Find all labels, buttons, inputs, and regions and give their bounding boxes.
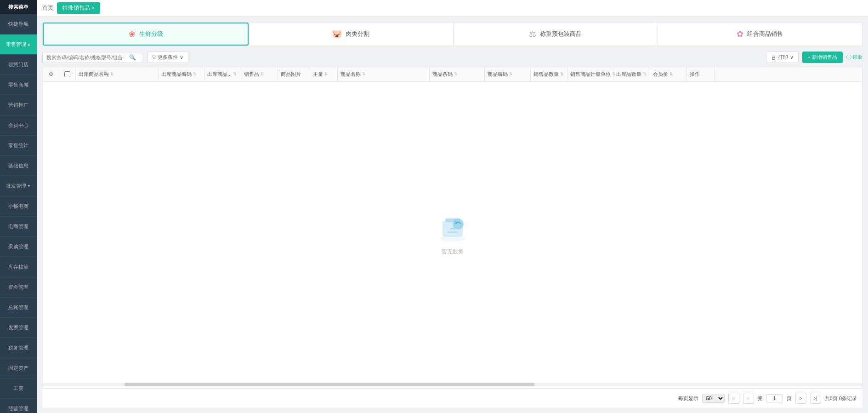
cat-tab-fresh-label: 生鲜分级 (139, 30, 163, 38)
settings-icon: ⚙ (49, 71, 53, 77)
expand-arrow-icon: ▲ (27, 42, 31, 46)
th-settings[interactable]: ⚙ (43, 67, 59, 81)
help-label: 帮助 (852, 54, 862, 61)
sidebar-item-label: 发票管理 (8, 324, 28, 331)
sidebar-item-marketing[interactable]: 营销推广 (0, 95, 37, 115)
search-input[interactable] (46, 55, 129, 60)
sidebar-item-retail-stats[interactable]: 零售统计 (0, 136, 37, 156)
cat-tab-fresh[interactable]: ❀ 生鲜分级 (43, 23, 249, 46)
search-icon[interactable]: 🔍 (129, 54, 136, 61)
sort-icon[interactable]: ⇅ (110, 72, 114, 76)
sidebar-item-xiao-ecom[interactable]: 小畅电商 (0, 196, 37, 217)
th-name: 商品名称 ⇅ (338, 67, 430, 81)
active-tab[interactable]: 特殊销售品 × (57, 2, 100, 14)
print-button[interactable]: 🖨 打印 ∨ (766, 52, 799, 63)
tab-label: 特殊销售品 (62, 4, 90, 12)
filter-icon: ▽ (152, 54, 156, 60)
sidebar-item-inventory-cost[interactable]: 库存核算 (0, 257, 37, 277)
filter-label: 更多条件 (158, 54, 178, 61)
combo-icon: ✿ (737, 29, 743, 39)
page-number-input[interactable] (766, 394, 783, 402)
category-tabs: ❀ 生鲜分级 🐷 肉类分割 ⚖ 称重预包装商品 ✿ 组合商品销售 (42, 22, 862, 46)
sidebar-item-member-center[interactable]: 会员中心 (0, 115, 37, 136)
toolbar-left: 🔍 ▽ 更多条件 ∨ (42, 52, 188, 63)
th-barcode: 商品条码 ⇅ (430, 67, 485, 81)
sort-icon[interactable]: ⇅ (324, 72, 328, 76)
help-icon: ⓘ (846, 54, 851, 61)
th-op: 操作 (687, 67, 715, 81)
next-page-button[interactable]: > (795, 393, 806, 404)
sidebar-item-label: 批发管理 (6, 183, 26, 189)
scrollbar-thumb[interactable] (125, 383, 534, 386)
home-link[interactable]: 首页 (42, 4, 53, 12)
sidebar-item-ledger-mgmt[interactable]: 总账管理 (0, 298, 37, 318)
th-outcode: 出库商品编码 ⇅ (159, 67, 204, 81)
page-label-before: 第 (758, 395, 763, 402)
per-page-label: 每页显示 (678, 395, 698, 402)
last-page-button[interactable]: >| (810, 393, 821, 404)
sort-icon[interactable]: ⇅ (643, 72, 647, 76)
per-page-select[interactable]: 50 100 200 (702, 394, 725, 403)
sidebar-item-label: 会员中心 (8, 122, 28, 129)
sidebar-item-quick-nav[interactable]: 快捷导航 (0, 14, 37, 34)
sidebar-item-ecom-mgmt[interactable]: 电商管理 (0, 217, 37, 237)
sidebar-item-label: 工资 (13, 385, 23, 392)
print-icon: 🖨 (771, 55, 776, 60)
th-main: 主量 ⇅ (310, 67, 338, 81)
weight-icon: ⚖ (529, 29, 536, 39)
svg-point-4 (455, 222, 457, 224)
horizontal-scrollbar[interactable] (43, 383, 862, 386)
sidebar-item-ops-mgmt[interactable]: 经营管理 (0, 399, 37, 413)
sidebar-item-fixed-assets[interactable]: 固定资产 (0, 358, 37, 379)
sidebar-item-smart-store[interactable]: 智慧门店 (0, 55, 37, 75)
select-all-checkbox[interactable] (64, 71, 70, 77)
cat-tab-meat[interactable]: 🐷 肉类分割 (249, 23, 453, 46)
th-memberprice: 会员价 ⇅ (650, 67, 687, 81)
sidebar-item-retail-mgmt[interactable]: 零售管理 ▲ (0, 34, 37, 55)
sidebar-item-tax-mgmt[interactable]: 税务管理 (0, 338, 37, 358)
sort-icon[interactable]: ⇅ (362, 72, 366, 76)
filter-arrow-icon: ∨ (180, 54, 183, 60)
sidebar-item-label: 经营管理 (8, 405, 28, 412)
sidebar-logo[interactable]: 搜索菜单 (0, 0, 37, 14)
th-salesqty: 销售品数量 ⇅ (531, 67, 567, 81)
th-outqty: 出库品数量 ⇅ (613, 67, 650, 81)
cat-tab-weight-label: 称重预包装商品 (540, 30, 582, 38)
sort-icon[interactable]: ⇅ (509, 72, 513, 76)
sidebar-item-basic-info-1[interactable]: 基础信息 (0, 156, 37, 176)
cat-tab-combo[interactable]: ✿ 组合商品销售 (658, 23, 862, 46)
th-salesitem: 销售品 ⇅ (241, 67, 278, 81)
sidebar-item-invoice-mgmt[interactable]: 发票管理 (0, 318, 37, 338)
prev-page-button[interactable]: < (743, 393, 754, 404)
first-page-button[interactable]: |< (728, 393, 739, 404)
cat-tab-combo-label: 组合商品销售 (747, 30, 783, 38)
sort-icon[interactable]: ⇅ (560, 72, 564, 76)
toolbar: 🔍 ▽ 更多条件 ∨ 🖨 打印 ∨ + 新增销售品 ⓘ 帮助 (42, 52, 862, 63)
sort-icon[interactable]: ⇅ (454, 72, 458, 76)
sort-icon[interactable]: ⇅ (669, 72, 673, 76)
sidebar-item-label: 智慧门店 (8, 61, 28, 68)
th-itemcode: 商品编码 ⇅ (485, 67, 531, 81)
sidebar-item-label: 小畅电商 (8, 203, 28, 210)
sidebar-item-wholesale-mgmt[interactable]: 批发管理 ▼ (0, 176, 37, 196)
sort-icon[interactable]: ⇅ (261, 72, 264, 76)
print-label: 打印 (778, 54, 788, 61)
sidebar-item-label: 快捷导航 (8, 21, 28, 28)
sort-icon[interactable]: ⇅ (193, 72, 197, 76)
table-header: ⚙ 出库商品名称 ⇅ 出库商品编码 ⇅ 出库商品... ⇅ (43, 67, 862, 82)
sort-icon[interactable]: ⇅ (233, 72, 237, 76)
filter-button[interactable]: ▽ 更多条件 ∨ (147, 52, 188, 63)
main-content: 首页 特殊销售品 × ❀ 生鲜分级 🐷 肉类分割 ⚖ 称重预包装商品 ✿ 组合商… (37, 0, 868, 413)
add-product-button[interactable]: + 新增销售品 (802, 52, 843, 63)
th-checkbox[interactable] (59, 67, 76, 81)
help-button[interactable]: ⓘ 帮助 (846, 54, 862, 61)
tab-close-icon[interactable]: × (92, 6, 95, 11)
toolbar-right: 🖨 打印 ∨ + 新增销售品 ⓘ 帮助 (766, 52, 862, 63)
sidebar-item-label: 零售管理 (6, 41, 26, 48)
cat-tab-weight[interactable]: ⚖ 称重预包装商品 (454, 23, 658, 46)
sidebar-item-purchase-mgmt[interactable]: 采购管理 (0, 237, 37, 257)
sidebar-item-fund-mgmt[interactable]: 资金管理 (0, 277, 37, 298)
th-salesunit: 销售商品计量单位 ⇅ (567, 67, 613, 81)
sidebar-item-salary[interactable]: 工资 (0, 379, 37, 399)
sidebar-item-retail-mall[interactable]: 零售商城 (0, 75, 37, 95)
